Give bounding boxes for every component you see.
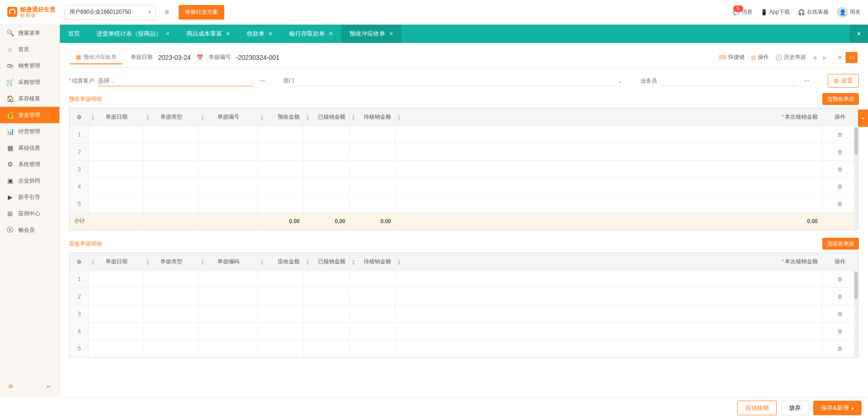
sys-icon: ⚙ bbox=[6, 161, 14, 168]
view-list-button[interactable]: ≡ bbox=[834, 52, 846, 63]
sidebar-item-label: 新手引导 bbox=[18, 193, 40, 201]
tab[interactable]: 商品成本重算✕ bbox=[178, 25, 238, 43]
delete-icon[interactable]: 🗑 bbox=[837, 311, 843, 317]
tab[interactable]: 进货单统计表（按商品）✕ bbox=[88, 25, 178, 43]
col-done[interactable]: ▴▾已核销金额 bbox=[304, 109, 349, 126]
table-row[interactable]: 4🗑 bbox=[70, 178, 858, 195]
table-row[interactable]: 3🗑 bbox=[70, 305, 858, 323]
prev-doc-button[interactable]: ◀ bbox=[812, 54, 816, 61]
sidebar-item-label: 资金管理 bbox=[18, 111, 40, 119]
delete-icon[interactable]: 🗑 bbox=[837, 131, 843, 138]
col-prepay[interactable]: ▴▾预收金额 bbox=[258, 109, 304, 126]
sidebar-item-fund[interactable]: 💰资金管理 bbox=[0, 107, 59, 123]
scrollbar[interactable] bbox=[854, 125, 858, 230]
close-icon[interactable]: ✕ bbox=[328, 31, 333, 37]
messages-button[interactable]: 💬 消息 bbox=[733, 8, 752, 16]
table-row[interactable]: 3🗑 bbox=[70, 161, 858, 178]
col-recv[interactable]: ▴▾应收金额 bbox=[258, 253, 304, 271]
customer-input[interactable] bbox=[98, 75, 253, 86]
sidebar-item-biz[interactable]: 📊经营管理 bbox=[0, 123, 59, 140]
history-button[interactable]: 🕘历史单据 bbox=[775, 53, 806, 61]
col-type[interactable]: ▴▾单据类型 bbox=[144, 253, 199, 271]
select-prepay-button[interactable]: 选预收单据 bbox=[822, 93, 859, 105]
tab[interactable]: 收款单✕ bbox=[238, 25, 281, 43]
sales-input[interactable] bbox=[661, 75, 798, 86]
user-menu[interactable]: 👤 用友 bbox=[837, 7, 861, 18]
close-icon[interactable]: ✕ bbox=[165, 31, 170, 37]
column-settings-button[interactable]: ⚙ bbox=[70, 109, 89, 126]
customer-service-button[interactable]: 🎧 在线客服 bbox=[798, 8, 829, 16]
delete-icon[interactable]: 🗑 bbox=[837, 183, 843, 190]
app-download-button[interactable]: 📱 App下载 bbox=[761, 8, 790, 16]
sidebar-settings-icon[interactable]: ⚙ bbox=[8, 383, 13, 390]
sidebar-item-home[interactable]: ⌂首页 bbox=[0, 41, 59, 57]
settings-button[interactable]: ⚙ 设置 bbox=[828, 74, 859, 88]
tab[interactable]: 首页 bbox=[60, 25, 88, 43]
delete-icon[interactable]: 🗑 bbox=[837, 345, 843, 352]
sidebar-item-apps[interactable]: ⊞应用中心 bbox=[0, 205, 59, 222]
org-settings-button[interactable]: ⚙ bbox=[160, 6, 173, 19]
col-type[interactable]: ▴▾单据类型 bbox=[144, 109, 199, 126]
chevron-down-icon[interactable]: ⌄ bbox=[618, 78, 622, 84]
sidebar-item-vip[interactable]: Ⓥ畅会员 bbox=[0, 222, 59, 238]
col-date[interactable]: ▴▾单据日期 bbox=[89, 109, 144, 126]
tab[interactable]: 银行存取款单✕ bbox=[281, 25, 341, 43]
delete-icon[interactable]: 🗑 bbox=[837, 166, 843, 172]
delete-icon[interactable]: 🗑 bbox=[837, 149, 843, 155]
sidebar-item-label: 应用中心 bbox=[18, 210, 40, 218]
shortcut-button[interactable]: ⌨快捷键 bbox=[719, 53, 745, 61]
col-no[interactable]: ▴▾单据编号 bbox=[199, 109, 258, 126]
col-wait[interactable]: ▴▾待核销金额 bbox=[349, 253, 395, 271]
tab[interactable]: 预收冲应收单✕ bbox=[341, 25, 402, 43]
close-icon[interactable]: ✕ bbox=[226, 31, 230, 37]
table-row[interactable]: 2🗑 bbox=[70, 143, 858, 161]
document-type-chip[interactable]: ▦ 预收冲应收单 bbox=[70, 51, 122, 64]
col-date[interactable]: ▴▾单据日期 bbox=[89, 253, 144, 271]
select-receivable-button[interactable]: 选应收单据 bbox=[822, 238, 859, 250]
col-this[interactable]: ▴▾*本次核销金额 bbox=[395, 253, 822, 271]
trial-button[interactable]: 体验行业方案 bbox=[179, 5, 224, 20]
scrollbar[interactable] bbox=[854, 270, 858, 357]
column-settings-button[interactable]: ⚙ bbox=[70, 253, 89, 271]
col-done[interactable]: ▴▾已核销金额 bbox=[304, 253, 349, 271]
sidebar-item-base[interactable]: ▦基础信息 bbox=[0, 140, 59, 156]
sidebar-item-search[interactable]: 🔍搜索菜单 bbox=[0, 25, 59, 41]
org-selector[interactable]: 用户690企业1660120750 ▾ bbox=[64, 5, 156, 20]
table-row[interactable]: 2🗑 bbox=[70, 288, 858, 305]
receivable-section-title: 应收单据明细 bbox=[69, 240, 102, 248]
sidebar-item-stock[interactable]: 🏠库存核算 bbox=[0, 90, 59, 107]
sales-more-icon[interactable]: ⋯ bbox=[804, 78, 810, 84]
close-icon[interactable]: ✕ bbox=[389, 31, 393, 37]
delete-icon[interactable]: 🗑 bbox=[837, 293, 843, 300]
delete-icon[interactable]: 🗑 bbox=[837, 328, 843, 334]
table-row[interactable]: 1🗑 bbox=[70, 126, 858, 143]
close-all-tabs-button[interactable]: ✕ bbox=[850, 25, 868, 43]
delete-icon[interactable]: 🗑 bbox=[837, 276, 843, 282]
sidebar-item-coop[interactable]: ▣企业协同 bbox=[0, 172, 59, 189]
view-detail-button[interactable]: ▭ bbox=[846, 52, 857, 63]
table-row[interactable]: 5🗑 bbox=[70, 340, 858, 357]
next-doc-button[interactable]: ▶ bbox=[823, 54, 827, 61]
dept-input[interactable] bbox=[298, 75, 614, 86]
sidebar-collapse-icon[interactable]: ⇤ bbox=[47, 383, 51, 390]
calendar-icon[interactable]: 📅 bbox=[196, 54, 203, 61]
sidebar-item-cart[interactable]: 🛍销售管理 bbox=[0, 57, 59, 74]
col-this[interactable]: ▴▾*本次核销金额 bbox=[395, 109, 822, 126]
col-wait[interactable]: ▴▾待核销金额 bbox=[349, 109, 395, 126]
close-icon[interactable]: ✕ bbox=[268, 31, 273, 37]
col-no[interactable]: ▴▾单据编码 bbox=[199, 253, 258, 271]
table-row[interactable]: 1🗑 bbox=[70, 271, 858, 288]
table-row[interactable]: 5🗑 bbox=[70, 195, 858, 213]
sidebar-item-bag[interactable]: 🛒采购管理 bbox=[0, 74, 59, 90]
float-help-button[interactable]: ▪ bbox=[858, 110, 868, 127]
operate-button[interactable]: ▤操作 bbox=[751, 53, 769, 61]
delete-icon[interactable]: 🗑 bbox=[837, 201, 843, 207]
doc-date-value[interactable]: 2023-03-24 bbox=[158, 54, 191, 61]
sidebar-item-sys[interactable]: ⚙系统管理 bbox=[0, 156, 59, 172]
sidebar-item-guide[interactable]: ▶新手引导 bbox=[0, 189, 59, 205]
logo[interactable]: 畅捷通好生意 精易版 bbox=[7, 6, 60, 18]
document-icon: ▦ bbox=[76, 54, 81, 60]
table-row[interactable]: 4🗑 bbox=[70, 323, 858, 340]
guide-icon: ▶ bbox=[6, 193, 14, 201]
customer-more-icon[interactable]: ⋯ bbox=[259, 78, 265, 84]
